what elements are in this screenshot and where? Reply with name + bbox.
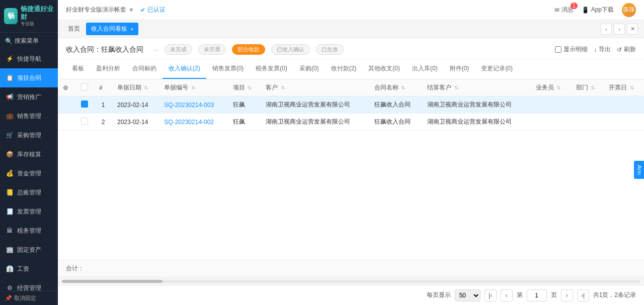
company-selector[interactable]: 好业财专业版演示帐套 ▼ [66, 6, 134, 14]
avatar[interactable]: 珠珠 [622, 3, 636, 17]
sidebar-item-inventory[interactable]: 📦 库存核算 [0, 145, 58, 164]
tab-home-label: 首页 [68, 25, 80, 32]
sidebar-item-operations[interactable]: ⚙ 经营管理 [0, 278, 58, 291]
row1-checkbox[interactable] [81, 100, 88, 108]
col-invoice-date[interactable]: 开票日 ⇅ [604, 79, 644, 96]
col-settlement[interactable]: 结算客户 ⇅ [422, 79, 531, 96]
table-area: ⚙ # 单据日期 ⇅ 单据编号 ⇅ [58, 79, 644, 260]
sub-tab-income-confirm[interactable]: 收入确认(2) [163, 59, 206, 79]
row1-order-no[interactable]: SQ-20230214-003 [159, 96, 227, 114]
check-all-checkbox[interactable] [81, 83, 88, 90]
col-order-no-label: 单据编号 [164, 84, 188, 91]
tab-next-button[interactable]: › [614, 24, 625, 35]
sub-tab-payment[interactable]: 收付款(2) [325, 59, 363, 79]
status-partial-button[interactable]: 部分收款 [232, 44, 265, 55]
row1-num: 1 [94, 96, 112, 114]
export-button[interactable]: ↓ 导出 [594, 45, 611, 54]
status-not-invoiced-button[interactable]: 未开票 [198, 44, 226, 55]
search-menu-item[interactable]: 🔍 搜索菜单 [0, 33, 58, 49]
row2-settlement: 湖南卫视商业运营发展有限公司 [422, 114, 531, 131]
tab-close-all-button[interactable]: ✕ [627, 24, 638, 35]
col-contract-name[interactable]: 合同名称 ⇅ [369, 79, 423, 96]
row1-check[interactable] [76, 96, 94, 114]
page-last-button[interactable]: ›| [577, 289, 589, 301]
col-customer[interactable]: 客户 ⇅ [261, 79, 369, 96]
status-incomplete-button[interactable]: 未完成 [165, 44, 192, 55]
contract-header: 收入合同：狂飙收入合同 ··· 未完成 未开票 部分收款 已收入确认 已生效 显… [58, 38, 644, 59]
page-first-button[interactable]: |‹ [485, 289, 497, 301]
page-prev-button[interactable]: ‹ [501, 289, 513, 301]
col-order-no[interactable]: 单据编号 ⇅ [159, 79, 227, 96]
sidebar-item-project-contract[interactable]: 📋 项目合同 [0, 68, 58, 87]
per-page-select[interactable]: 50 100 200 [455, 289, 480, 301]
show-details-checkbox[interactable] [555, 46, 561, 53]
row2-order-link[interactable]: SQ-20230214-002 [164, 119, 214, 126]
col-department[interactable]: 部门 ⇅ [571, 79, 604, 96]
sidebar-item-funds[interactable]: 💰 资金管理 [0, 164, 58, 183]
col-contract-name-label: 合同名称 [374, 84, 398, 91]
message-button[interactable]: ✉ 消息 1 [554, 6, 574, 14]
tab-close-button[interactable]: × [130, 26, 133, 32]
sort-salesman-icon: ⇅ [556, 85, 560, 90]
verified-badge: ✔ 已认证 [140, 6, 166, 14]
sub-tab-kanban[interactable]: 看板 [66, 59, 90, 79]
col-settings[interactable]: ⚙ [58, 79, 76, 96]
topbar-right: ✉ 消息 1 📱 App下载 珠珠 [554, 3, 636, 17]
row2-checkbox[interactable] [81, 118, 88, 125]
sidebar: 畅 畅捷通好业财 专业版 🔍 搜索菜单 ⚡ 快捷导航 📋 项目合同 📢 营销推广… [0, 0, 58, 305]
page-next-button[interactable]: › [561, 289, 573, 301]
content-area: 收入合同：狂飙收入合同 ··· 未完成 未开票 部分收款 已收入确认 已生效 显… [58, 38, 644, 305]
fixed-assets-icon: 🏢 [5, 245, 14, 254]
sidebar-item-tax[interactable]: 🏛 税务管理 [0, 221, 58, 240]
sub-tab-contract-items[interactable]: 合同标的 [126, 59, 163, 79]
scrollbar-track[interactable] [62, 280, 640, 283]
status-confirmed-button[interactable]: 已收入确认 [271, 44, 310, 55]
sub-tab-purchase[interactable]: 采购(0) [293, 59, 325, 79]
sidebar-item-salary[interactable]: 👔 工资 [0, 259, 58, 278]
sidebar-item-4-label: 库存核算 [17, 150, 41, 159]
show-details-button[interactable]: 显示明细 [555, 45, 588, 54]
right-float-button[interactable]: Arm [634, 160, 644, 178]
sub-tab-sales-invoice[interactable]: 销售发票(0) [206, 59, 250, 79]
sort-department-icon: ⇅ [591, 85, 595, 90]
col-date[interactable]: 单据日期 ⇅ [112, 79, 159, 96]
tabs-bar: 首页 收入合同看板 × ‹ › ✕ [58, 20, 644, 38]
tab-contract-board[interactable]: 收入合同看板 × [86, 23, 138, 35]
sidebar-item-purchase[interactable]: 🛒 采购管理 [0, 126, 58, 145]
app-download-button[interactable]: 📱 App下载 [582, 6, 614, 14]
sidebar-item-sales[interactable]: 💼 销售管理 [0, 107, 58, 126]
row2-check[interactable] [76, 114, 94, 131]
contract-more-button[interactable]: ··· [153, 46, 158, 53]
scrollbar-thumb[interactable] [62, 280, 163, 283]
col-salesman[interactable]: 业务员 ⇅ [531, 79, 571, 96]
table-row[interactable]: 1 2023-02-14 SQ-20230214-003 狂飙 湖南卫视商业运营… [58, 96, 644, 114]
tab-home[interactable]: 首页 [64, 22, 84, 36]
sidebar-item-marketing[interactable]: 📢 营销推广 [0, 87, 58, 107]
sub-tab-warehouse[interactable]: 出入库(0) [406, 59, 444, 79]
sidebar-item-quick-nav[interactable]: ⚡ 快捷导航 [0, 49, 58, 68]
sidebar-pin-button[interactable]: 📌 取消固定 [0, 291, 58, 305]
sidebar-item-general-ledger[interactable]: 📒 总账管理 [0, 183, 58, 202]
contract-title-name: 狂飙收入合同 [101, 45, 143, 53]
sub-tab-attachments[interactable]: 附件(0) [444, 59, 475, 79]
page-current-input[interactable] [527, 289, 547, 301]
row1-order-link[interactable]: SQ-20230214-003 [164, 101, 214, 109]
sub-tab-change-log[interactable]: 变更记录(0) [475, 59, 519, 79]
tab-prev-button[interactable]: ‹ [601, 24, 612, 35]
page-current-prefix: 第 [517, 291, 523, 299]
sidebar-item-fixed-assets[interactable]: 🏢 固定资产 [0, 240, 58, 259]
settings-icon[interactable]: ⚙ [63, 84, 68, 91]
data-table: ⚙ # 单据日期 ⇅ 单据编号 ⇅ [58, 79, 644, 131]
status-effective-button[interactable]: 已生效 [316, 44, 344, 55]
refresh-button[interactable]: ↺ 刷新 [617, 45, 636, 54]
sidebar-item-invoice[interactable]: 🧾 发票管理 [0, 202, 58, 221]
sub-tab-tax-invoice[interactable]: 税务发票(0) [250, 59, 293, 79]
col-project[interactable]: 项目 ⇅ [228, 79, 261, 96]
table-row[interactable]: 2 2023-02-14 SQ-20230214-002 狂飙 湖南卫视商业运营… [58, 114, 644, 131]
col-check-all[interactable] [76, 79, 94, 96]
row2-settings [58, 114, 76, 131]
row2-order-no[interactable]: SQ-20230214-002 [159, 114, 227, 131]
sidebar-item-5-label: 资金管理 [17, 169, 41, 178]
sub-tab-profit[interactable]: 盈利分析 [90, 59, 126, 79]
sub-tab-other[interactable]: 其他收支(0) [362, 59, 406, 79]
